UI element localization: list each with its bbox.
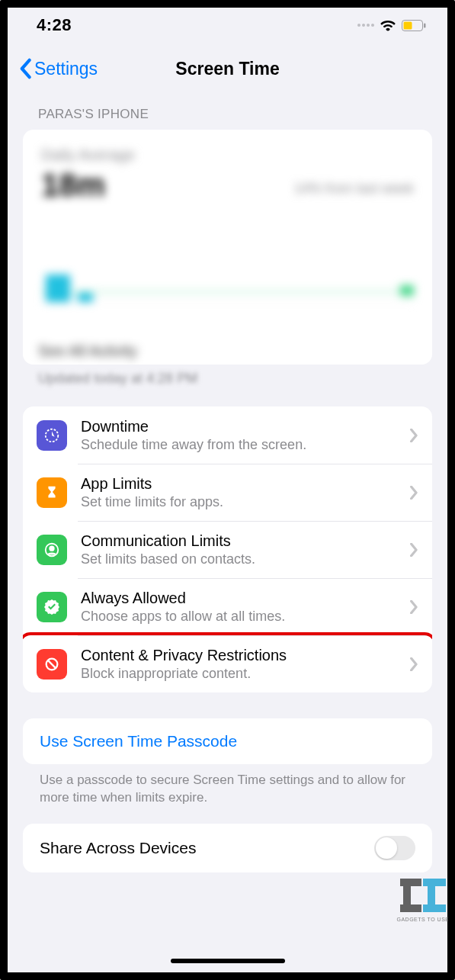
passcode-note: Use a passcode to secure Screen Time set… bbox=[23, 764, 432, 824]
hourglass-icon bbox=[37, 477, 67, 508]
updated-label: Updated today at 4:28 PM bbox=[23, 365, 432, 406]
wifi-icon bbox=[380, 19, 396, 31]
share-title: Share Across Devices bbox=[40, 839, 196, 857]
row-content-privacy[interactable]: Content & Privacy Restrictions Block ina… bbox=[23, 635, 432, 692]
usage-bar-chart bbox=[41, 227, 414, 303]
chevron-right-icon bbox=[410, 543, 418, 557]
cellular-dots-icon bbox=[357, 24, 374, 27]
row-title: Content & Privacy Restrictions bbox=[81, 646, 396, 664]
passcode-card: Use Screen Time Passcode bbox=[23, 718, 432, 764]
nav-bar: Settings Screen Time bbox=[8, 43, 447, 87]
svg-rect-2 bbox=[424, 23, 426, 27]
page-title: Screen Time bbox=[175, 59, 279, 79]
downtime-icon bbox=[37, 420, 67, 451]
see-all-activity-link[interactable]: See All Activity bbox=[23, 328, 432, 365]
block-icon bbox=[37, 649, 67, 680]
row-title: Downtime bbox=[81, 417, 396, 435]
watermark: GADGETS TO USE bbox=[394, 874, 452, 922]
usage-summary-card[interactable]: Daily Average 18m 14% from last week See… bbox=[23, 130, 432, 365]
row-title: Communication Limits bbox=[81, 532, 396, 550]
row-app-limits[interactable]: App Limits Set time limits for apps. bbox=[23, 464, 432, 521]
use-passcode-link[interactable]: Use Screen Time Passcode bbox=[23, 718, 432, 764]
row-subtitle: Choose apps to allow at all times. bbox=[81, 609, 396, 625]
contact-icon bbox=[37, 535, 67, 565]
check-badge-icon bbox=[37, 592, 67, 622]
row-title: Always Allowed bbox=[81, 589, 396, 607]
battery-icon bbox=[402, 20, 426, 31]
row-subtitle: Set limits based on contacts. bbox=[81, 551, 396, 567]
section-header: PARAS'S IPHONE bbox=[23, 107, 432, 130]
share-toggle[interactable] bbox=[374, 836, 415, 860]
row-downtime[interactable]: Downtime Schedule time away from the scr… bbox=[23, 406, 432, 464]
share-card: Share Across Devices bbox=[23, 824, 432, 872]
row-subtitle: Block inappropriate content. bbox=[81, 666, 396, 682]
summary-delta: 14% from last week bbox=[294, 181, 414, 197]
svg-rect-1 bbox=[404, 21, 412, 29]
status-bar: 4:28 bbox=[8, 8, 447, 43]
row-subtitle: Set time limits for apps. bbox=[81, 494, 396, 510]
row-subtitle: Schedule time away from the screen. bbox=[81, 437, 396, 453]
row-communication-limits[interactable]: Communication Limits Set limits based on… bbox=[23, 521, 432, 578]
chevron-left-icon bbox=[18, 58, 32, 79]
back-button[interactable]: Settings bbox=[18, 58, 98, 79]
row-always-allowed[interactable]: Always Allowed Choose apps to allow at a… bbox=[23, 578, 432, 635]
limits-list: Downtime Schedule time away from the scr… bbox=[23, 406, 432, 692]
home-indicator[interactable] bbox=[171, 959, 285, 963]
back-label: Settings bbox=[34, 59, 98, 79]
svg-point-5 bbox=[50, 546, 54, 551]
chevron-right-icon bbox=[410, 486, 418, 500]
chevron-right-icon bbox=[410, 657, 418, 671]
summary-heading: Daily Average bbox=[41, 146, 414, 164]
status-time: 4:28 bbox=[37, 15, 72, 35]
row-title: App Limits bbox=[81, 474, 396, 493]
chevron-right-icon bbox=[410, 429, 418, 442]
chevron-right-icon bbox=[410, 600, 418, 614]
